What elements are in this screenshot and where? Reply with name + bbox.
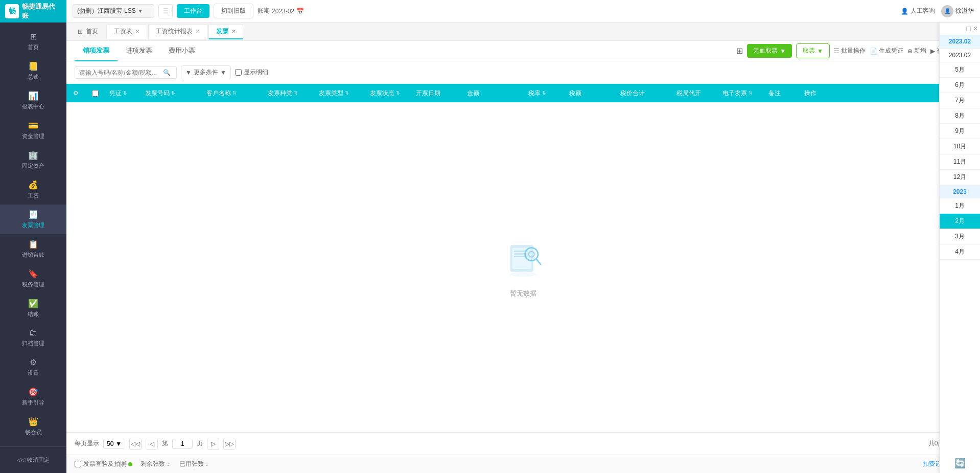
sidebar-collapse-btn[interactable]: ◁◁ 收消固定	[0, 452, 66, 468]
prev-page-btn[interactable]: ◁	[146, 438, 158, 450]
invoice-verify-checkbox[interactable]	[75, 461, 81, 467]
th-tax[interactable]: 税额	[565, 89, 616, 98]
sidebar-item-reports[interactable]: 📊 报表中心	[0, 86, 66, 116]
th-tax-rate[interactable]: 税率 ⇅	[524, 89, 565, 98]
date-panel-bottom-icon[interactable]: 🔄	[940, 454, 980, 473]
th-tax-total[interactable]: 税价合计	[616, 89, 672, 98]
sub-tab-sales-invoice[interactable]: 销项发票	[75, 41, 118, 61]
e-invoice-sort-icon: ⇅	[749, 91, 753, 96]
sub-tab-purchase-invoice[interactable]: 进项发票	[118, 41, 160, 61]
tab-home[interactable]: ⊞ 首页	[71, 24, 105, 39]
sidebar-item-finance[interactable]: 💳 资金管理	[0, 116, 66, 145]
panel-expand-icon[interactable]: □	[967, 25, 971, 33]
search-input[interactable]	[79, 69, 161, 76]
sidebar-item-home[interactable]: ⊞ 首页	[0, 27, 66, 56]
filter-btn[interactable]: ▼ 更多条件 ▼	[181, 65, 231, 79]
th-invoice-status[interactable]: 发票状态 ⇅	[366, 89, 412, 98]
sidebar-item-ledger-label: 总账	[28, 73, 39, 81]
date-panel-item-2m[interactable]: 2月	[940, 214, 980, 229]
company-icon-btn[interactable]: ☰	[158, 4, 173, 18]
th-invoice-no-label: 发票号码	[145, 89, 170, 98]
th-voucher[interactable]: 凭证 ⇅	[105, 89, 141, 98]
invoice-verify-check[interactable]: 发票查验及拍照	[75, 460, 132, 468]
date-panel-item-12m[interactable]: 12月	[940, 170, 980, 185]
tab-salary-table[interactable]: 工资表 ✕	[106, 24, 147, 39]
select-all-checkbox[interactable]	[92, 90, 99, 97]
th-customer-label: 客户名称	[206, 89, 231, 98]
work-platform-button[interactable]: 工作台	[177, 4, 209, 18]
sidebar-bottom: ◁◁ 收消固定	[0, 446, 66, 473]
th-invoice-type[interactable]: 发票种类 ⇅	[264, 89, 315, 98]
th-tax-code[interactable]: 税局代开	[672, 89, 718, 98]
tabs-bar: ⊞ 首页 工资表 ✕ 工资统计报表 ✕ 发票 ✕	[66, 22, 980, 41]
sidebar-item-assets[interactable]: 🏢 固定资产	[0, 145, 66, 175]
user-menu[interactable]: 👤 徐溢华	[941, 5, 974, 17]
date-panel-item-11m[interactable]: 11月	[940, 154, 980, 170]
new-btn[interactable]: ⊕ 新增	[907, 47, 926, 55]
sidebar-item-ledger[interactable]: 📒 总账	[0, 56, 66, 86]
sidebar-item-salary[interactable]: 💰 工资	[0, 175, 66, 205]
sidebar-item-reports-label: 报表中心	[22, 103, 44, 110]
per-page-value: 50	[107, 440, 113, 447]
no-ticket-btn[interactable]: 无血取票 ▼	[747, 44, 792, 58]
salary-stats-tab-close[interactable]: ✕	[196, 29, 200, 34]
show-detail-checkbox[interactable]	[235, 69, 242, 76]
date-panel-item-1m[interactable]: 1月	[940, 198, 980, 214]
date-panel-item-3m[interactable]: 3月	[940, 229, 980, 244]
date-panel-item-9m[interactable]: 9月	[940, 124, 980, 139]
first-page-btn[interactable]: ◁◁	[129, 438, 142, 450]
batch-ops-btn[interactable]: ☰ 批量操作	[834, 47, 866, 55]
take-ticket-btn[interactable]: 取票 ▼	[796, 43, 830, 58]
sidebar-item-tax[interactable]: 🔖 税务管理	[0, 264, 66, 294]
sub-tab-expense-receipt[interactable]: 费用小票	[160, 41, 203, 61]
switch-old-version-button[interactable]: 切到旧版	[214, 4, 253, 18]
sidebar-item-archive[interactable]: 🗂 归档管理	[0, 323, 66, 352]
th-e-invoice-label: 电子发票	[722, 89, 747, 98]
tab-salary-stats[interactable]: 工资统计报表 ✕	[148, 24, 207, 39]
salary-table-tab-close[interactable]: ✕	[135, 29, 139, 34]
next-page-btn[interactable]: ▷	[207, 438, 219, 450]
sidebar-item-invoices[interactable]: 🧾 发票管理	[0, 205, 66, 234]
show-detail-wrap[interactable]: 显示明细	[235, 68, 268, 77]
page-input[interactable]	[172, 439, 193, 449]
sidebar-item-sales[interactable]: 📋 进销台账	[0, 234, 66, 264]
date-panel-item-6m[interactable]: 6月	[940, 78, 980, 93]
per-page-select[interactable]: 50 ▼	[103, 439, 125, 449]
company-selector[interactable]: (勿删）江西股宝-LSS ▼	[73, 4, 154, 18]
tab-invoices[interactable]: 发票 ✕	[208, 24, 243, 39]
page-suffix: 页	[197, 439, 203, 448]
th-amount[interactable]: 金额	[463, 89, 524, 98]
th-invoice-category[interactable]: 发票类型 ⇅	[315, 89, 366, 98]
period-display: 账期 2023-02 📅	[258, 7, 304, 15]
th-remark[interactable]: 备注	[764, 89, 800, 98]
panel-close-icon[interactable]: ✕	[973, 25, 978, 32]
sidebar-logo[interactable]: 畅 畅捷通易代账	[0, 0, 66, 22]
date-panel-item-4m[interactable]: 4月	[940, 244, 980, 260]
th-customer[interactable]: 客户名称 ⇅	[202, 89, 264, 98]
sidebar-item-close[interactable]: ✅ 结账	[0, 294, 66, 323]
invoice-type-sort-icon: ⇅	[294, 91, 298, 96]
date-panel-item-5m[interactable]: 5月	[940, 62, 980, 78]
th-checkbox[interactable]	[85, 90, 105, 97]
sidebar-item-member[interactable]: 👑 畅会员	[0, 412, 66, 441]
no-ticket-arrow-icon: ▼	[780, 48, 786, 55]
expense-receipt-label: 费用小票	[169, 46, 195, 55]
grid-layout-icon[interactable]: ⊞	[736, 46, 743, 56]
sidebar-item-guide[interactable]: 🎯 新手引导	[0, 382, 66, 412]
date-panel-item-2023-02[interactable]: 2023.02	[940, 49, 980, 62]
sidebar-item-settings[interactable]: ⚙ 设置	[0, 352, 66, 382]
last-page-btn[interactable]: ▷▷	[223, 438, 236, 450]
date-panel-item-8m[interactable]: 8月	[940, 108, 980, 124]
purchase-invoice-label: 进项发票	[126, 46, 152, 55]
th-invoice-no[interactable]: 发票号码 ⇅	[141, 89, 202, 98]
date-panel-item-7m[interactable]: 7月	[940, 93, 980, 108]
remaining-info: 剩余张数：	[141, 460, 171, 468]
invoices-tab-close[interactable]: ✕	[231, 29, 236, 34]
service-btn[interactable]: 👤 人工客询	[901, 7, 935, 15]
th-date[interactable]: 开票日期	[412, 89, 463, 98]
th-e-invoice[interactable]: 电子发票 ⇅	[718, 89, 764, 98]
date-panel-current-period[interactable]: 2023.02	[940, 35, 980, 49]
gen-voucher-btn[interactable]: 📄 生成凭证	[870, 47, 903, 55]
th-setting[interactable]: ⚙	[66, 89, 85, 97]
date-panel-item-10m[interactable]: 10月	[940, 139, 980, 154]
